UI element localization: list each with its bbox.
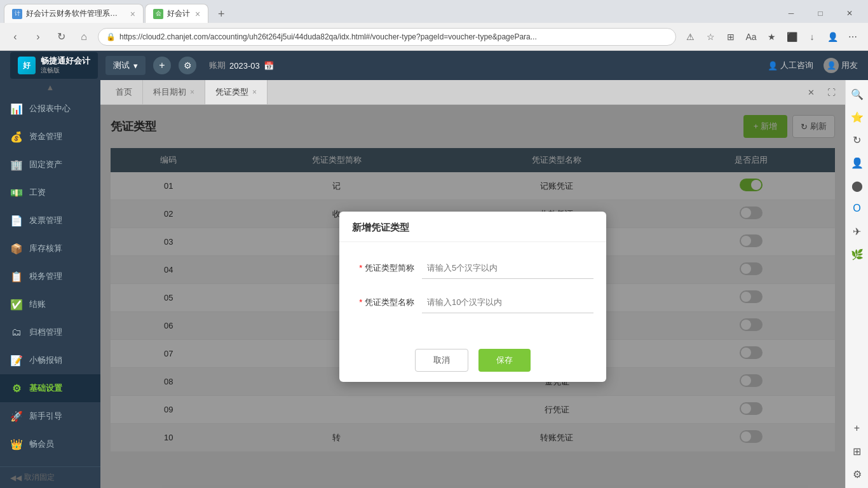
header-settings-button[interactable]: ⚙ (179, 57, 196, 74)
tab-home[interactable]: 首页 (105, 80, 143, 104)
full-name-input[interactable] (422, 292, 593, 313)
tab-voucher-type[interactable]: 凭证类型 × (205, 80, 268, 104)
user-avatar: 👤 (824, 58, 839, 73)
browser-fav-button[interactable]: ★ (763, 28, 780, 46)
sidebar-item-invoice[interactable]: 📄 发票管理 (0, 207, 100, 234)
browser-tab-2[interactable]: 会 好会计 × (145, 4, 208, 23)
tab-subject-label: 科目期初 (153, 86, 186, 98)
browser-collect-button[interactable]: ⬛ (783, 28, 801, 46)
tab-panel-expand-button[interactable]: ⛶ (822, 83, 840, 101)
tab-voucher-type-close[interactable]: × (252, 88, 257, 97)
fixed-assets-icon: 🏢 (10, 158, 23, 171)
tab-search-button[interactable]: ⊞ (722, 28, 740, 46)
user-button[interactable]: 👤 用友 (824, 58, 858, 73)
short-name-input[interactable] (422, 257, 593, 279)
sidebar-label-tax: 税务管理 (29, 271, 62, 282)
sidebar-item-guide[interactable]: 🚀 新手引导 (0, 402, 100, 430)
logo-name: 畅捷通好会计 (41, 56, 90, 66)
tab-bar: 计 好会计云财务软件管理系统_会计 × 会 好会计 × + ─ □ ✕ (0, 0, 868, 23)
sidebar-item-salary[interactable]: 💵 工资 (0, 179, 100, 207)
right-circle-button[interactable]: ⬤ (848, 177, 866, 194)
sidebar-label-archive: 归档管理 (29, 327, 62, 338)
period-calendar-icon[interactable]: 📅 (264, 61, 274, 71)
cancel-button[interactable]: 取消 (415, 349, 468, 372)
invoice-icon: 📄 (10, 214, 23, 227)
sidebar-label-salary: 工资 (29, 187, 46, 198)
header-add-button[interactable]: + (153, 57, 171, 74)
sidebar-item-fixed-assets[interactable]: 🏢 固定资产 (0, 151, 100, 179)
sidebar-item-announcements[interactable]: 📊 公报表中心 (0, 95, 100, 123)
tab-subject[interactable]: 科目期初 × (143, 80, 205, 104)
sidebar-item-member[interactable]: 👑 畅会员 (0, 430, 100, 458)
header-right: 👤 人工咨询 👤 用友 (768, 58, 858, 73)
dialog: 新增凭证类型 凭证类型简称 凭证类型名称 (339, 212, 606, 382)
tax-icon: 📋 (10, 270, 23, 283)
new-tab-button[interactable]: + (212, 5, 230, 23)
tab-panel-close-button[interactable]: ✕ (802, 83, 820, 101)
sidebar-item-capital[interactable]: 💰 资金管理 (0, 123, 100, 151)
home-nav-button[interactable]: ⌂ (75, 28, 93, 46)
form-row-short-name: 凭证类型简称 (352, 257, 593, 279)
right-add-button[interactable]: + (848, 419, 866, 437)
right-star-button[interactable]: ⭐ (848, 108, 866, 126)
right-outlook-button[interactable]: O (848, 200, 866, 217)
sidebar-item-settings[interactable]: ⚙ 基础设置 (0, 374, 100, 402)
sidebar-item-inventory[interactable]: 📦 库存核算 (0, 234, 100, 262)
url-text: https://cloud2.chanjet.com/accounting/uh… (119, 32, 537, 41)
logo-text-area: 畅捷通好会计 流畅版 (41, 56, 90, 75)
member-icon: 👑 (10, 438, 23, 451)
right-green-button[interactable]: 🌿 (848, 245, 866, 263)
back-button[interactable]: ‹ (6, 28, 24, 46)
full-name-label: 凭证类型名称 (352, 297, 422, 308)
sidebar-item-tax[interactable]: 📋 税务管理 (0, 262, 100, 290)
support-button[interactable]: 👤 人工咨询 (768, 60, 813, 71)
sidebar-item-checkout[interactable]: ✅ 结账 (0, 290, 100, 318)
checkout-icon: ✅ (10, 298, 23, 311)
sidebar: ▲ 📊 公报表中心 💰 资金管理 🏢 固定资产 💵 工资 📄 发票管理 (0, 80, 100, 488)
right-refresh-button[interactable]: ↻ (848, 131, 866, 149)
right-feather-button[interactable]: ✈ (848, 222, 866, 240)
tab-close-1[interactable]: × (130, 9, 135, 19)
settings-icon: ⚙ (10, 382, 23, 395)
right-search-button[interactable]: 🔍 (848, 85, 866, 103)
extensions-button[interactable]: ⚠ (681, 28, 699, 46)
tab-label-2: 好会计 (167, 8, 190, 19)
minimize-button[interactable]: ─ (776, 4, 806, 23)
maximize-button[interactable]: □ (806, 4, 835, 23)
reading-mode-button[interactable]: Aa (742, 28, 760, 46)
sidebar-item-expense[interactable]: 📝 小畅报销 (0, 346, 100, 374)
right-settings-bottom-button[interactable]: ⚙ (848, 465, 866, 483)
page-tabs: 首页 科目期初 × 凭证类型 × ✕ ⛶ (100, 80, 845, 105)
bookmark-button[interactable]: ☆ (702, 28, 719, 46)
user-profile-button[interactable]: 👤 (824, 28, 841, 46)
tab-close-2[interactable]: × (195, 9, 200, 19)
close-button[interactable]: ✕ (835, 4, 864, 23)
url-bar[interactable]: 🔒 https://cloud2.chanjet.com/accounting/… (98, 28, 676, 46)
browser-tab-1[interactable]: 计 好会计云财务软件管理系统_会计 × (4, 4, 144, 23)
dialog-overlay: 新增凭证类型 凭证类型简称 凭证类型名称 (100, 105, 845, 488)
forward-button[interactable]: › (29, 28, 47, 46)
period-area: 账期 2023-03 📅 (209, 60, 274, 71)
sidebar-label-checkout: 结账 (29, 299, 46, 310)
sidebar-label-invoice: 发票管理 (29, 215, 62, 226)
sidebar-unpin-button[interactable]: ◀◀ 取消固定 (0, 466, 100, 488)
save-button[interactable]: 保存 (478, 349, 531, 372)
company-dropdown-icon: ▾ (133, 61, 138, 71)
tab-home-label: 首页 (116, 86, 132, 98)
sidebar-label-capital: 资金管理 (29, 131, 62, 142)
browser-download-button[interactable]: ↓ (803, 28, 821, 46)
logo-version: 流畅版 (41, 66, 90, 75)
sidebar-scroll-up[interactable]: ▲ (0, 80, 100, 95)
tab-label-1: 好会计云财务软件管理系统_会计 (26, 8, 125, 19)
right-grid-button[interactable]: ⊞ (848, 442, 866, 460)
tab-subject-close[interactable]: × (190, 88, 194, 97)
company-selector[interactable]: 测试 ▾ (105, 56, 146, 75)
sidebar-label-guide: 新手引导 (29, 410, 62, 422)
company-name: 测试 (113, 60, 130, 71)
sidebar-label-fixed-assets: 固定资产 (29, 159, 62, 170)
sidebar-item-archive[interactable]: 🗂 归档管理 (0, 318, 100, 346)
right-user-button[interactable]: 👤 (848, 154, 866, 172)
browser-menu-button[interactable]: ⋯ (844, 28, 862, 46)
expense-icon: 📝 (10, 354, 23, 367)
refresh-nav-button[interactable]: ↻ (52, 28, 70, 46)
